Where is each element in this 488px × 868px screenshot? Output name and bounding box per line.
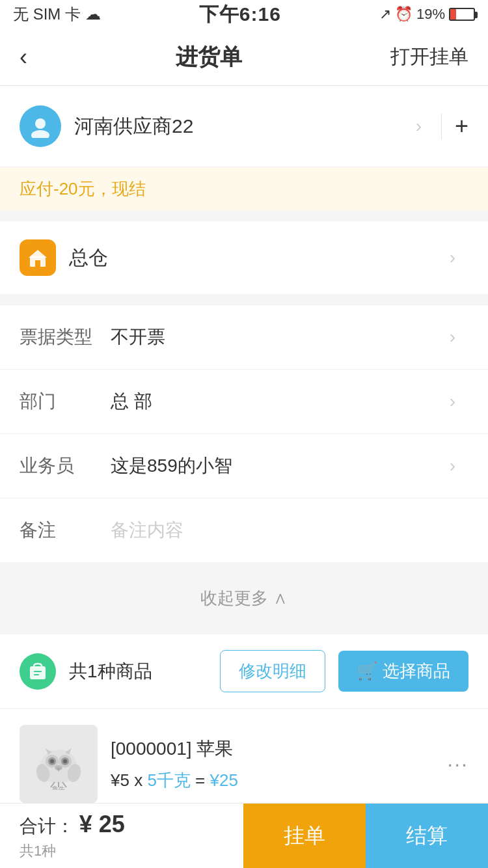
product-name: [0000001] 苹果 bbox=[111, 737, 434, 761]
bottom-total: 合计： ¥ 25 共1种 bbox=[0, 804, 243, 868]
supplier-row[interactable]: 河南供应商22 › + bbox=[0, 86, 488, 167]
total-label: 合计： bbox=[20, 816, 74, 836]
select-product-button[interactable]: 🛒 选择商品 bbox=[338, 651, 468, 692]
warehouse-icon bbox=[20, 239, 56, 276]
svg-text:鲁牛: 鲁牛 bbox=[52, 785, 65, 790]
location-icon: ↗ bbox=[379, 6, 391, 23]
battery-icon bbox=[449, 8, 475, 21]
alarm-icon: ⏰ bbox=[395, 6, 413, 23]
warehouse-arrow-icon: › bbox=[450, 247, 455, 268]
salesman-value: 这是859的小智 bbox=[98, 454, 450, 478]
add-supplier-button[interactable]: + bbox=[455, 113, 468, 140]
salesman-label: 业务员 bbox=[20, 454, 98, 478]
svg-rect-7 bbox=[34, 674, 39, 675]
back-button[interactable]: ‹ bbox=[20, 44, 27, 71]
warehouse-row[interactable]: 总仓 › bbox=[0, 221, 488, 294]
products-count: 共1种商品 bbox=[69, 659, 207, 684]
collapse-bar[interactable]: 收起更多 ∧ bbox=[0, 573, 488, 624]
svg-rect-6 bbox=[34, 671, 42, 672]
dept-value: 总 部 bbox=[98, 389, 450, 414]
supplier-avatar bbox=[20, 105, 61, 147]
product-item: 鲁牛 [0000001] 苹果 ¥5 x 5千克 = ¥25 ··· bbox=[0, 709, 488, 819]
product-price: ¥5 x 5千克 = ¥25 bbox=[111, 769, 434, 792]
status-time: 下午6:16 bbox=[199, 1, 281, 28]
status-bar: 无 SIM 卡 ☁ 下午6:16 ↗ ⏰ 19% bbox=[0, 0, 488, 29]
cart-icon: 🛒 bbox=[357, 661, 377, 681]
total-count: 共1种 bbox=[20, 841, 224, 861]
unit-price: ¥5 bbox=[111, 770, 129, 790]
equals-sign: = bbox=[195, 770, 210, 790]
total-row: 合计： ¥ 25 bbox=[20, 811, 224, 839]
remark-row[interactable]: 备注 备注内容 bbox=[0, 498, 488, 562]
ticket-type-value: 不开票 bbox=[98, 325, 450, 349]
page-title: 进货单 bbox=[176, 42, 242, 72]
line-total: ¥25 bbox=[210, 770, 238, 790]
status-right: ↗ ⏰ 19% bbox=[379, 6, 475, 23]
vertical-divider bbox=[441, 113, 442, 139]
product-title: 苹果 bbox=[197, 739, 233, 759]
warehouse-name: 总仓 bbox=[69, 245, 450, 271]
svg-rect-5 bbox=[30, 666, 46, 679]
multiply-sign: x bbox=[134, 770, 147, 790]
dept-arrow-icon: › bbox=[450, 391, 455, 412]
remark-placeholder[interactable]: 备注内容 bbox=[98, 518, 468, 543]
warehouse-section: 总仓 › bbox=[0, 221, 488, 294]
form-section: 票据类型 不开票 › 部门 总 部 › 业务员 这是859的小智 › 备注 备注… bbox=[0, 305, 488, 562]
supplier-arrow-icon: › bbox=[416, 116, 422, 137]
battery-percent: 19% bbox=[416, 6, 445, 23]
select-product-label: 选择商品 bbox=[383, 660, 450, 683]
svg-marker-3 bbox=[29, 250, 47, 258]
product-more-button[interactable]: ··· bbox=[447, 752, 468, 776]
products-header: 共1种商品 修改明细 🛒 选择商品 bbox=[0, 634, 488, 708]
hang-order-button[interactable]: 挂单 bbox=[243, 804, 366, 868]
svg-point-0 bbox=[35, 118, 46, 129]
svg-point-1 bbox=[31, 130, 49, 138]
product-thumb-img: 鲁牛 bbox=[20, 725, 98, 803]
sim-status: 无 SIM 卡 ☁ bbox=[13, 4, 101, 25]
quantity: 5千克 bbox=[147, 770, 190, 790]
open-hang-button[interactable]: 打开挂单 bbox=[390, 44, 468, 70]
ticket-type-row[interactable]: 票据类型 不开票 › bbox=[0, 305, 488, 369]
edit-details-button[interactable]: 修改明细 bbox=[220, 650, 325, 692]
dept-row[interactable]: 部门 总 部 › bbox=[0, 369, 488, 433]
dept-label: 部门 bbox=[20, 389, 98, 414]
svg-point-13 bbox=[50, 759, 54, 763]
product-info: [0000001] 苹果 ¥5 x 5千克 = ¥25 bbox=[111, 737, 434, 792]
checkout-button[interactable]: 结算 bbox=[366, 804, 488, 868]
bottom-bar: 合计： ¥ 25 共1种 挂单 结算 bbox=[0, 803, 488, 868]
svg-rect-4 bbox=[35, 260, 40, 267]
ticket-type-label: 票据类型 bbox=[20, 325, 98, 349]
salesman-row[interactable]: 业务员 这是859的小智 › bbox=[0, 433, 488, 498]
product-code: [0000001] bbox=[111, 739, 192, 759]
ticket-type-arrow-icon: › bbox=[450, 327, 455, 347]
product-thumbnail: 鲁牛 bbox=[20, 725, 98, 803]
total-amount: ¥ 25 bbox=[79, 811, 125, 837]
divider bbox=[0, 624, 488, 634]
products-icon bbox=[20, 653, 56, 690]
payment-notice: 应付-20元，现结 bbox=[0, 167, 488, 211]
salesman-arrow-icon: › bbox=[450, 455, 455, 476]
status-left: 无 SIM 卡 ☁ bbox=[13, 4, 101, 25]
svg-point-14 bbox=[63, 759, 67, 763]
supplier-name: 河南供应商22 bbox=[74, 113, 416, 140]
nav-bar: ‹ 进货单 打开挂单 bbox=[0, 29, 488, 86]
remark-label: 备注 bbox=[20, 518, 98, 543]
supplier-section: 河南供应商22 › + 应付-20元，现结 bbox=[0, 86, 488, 211]
